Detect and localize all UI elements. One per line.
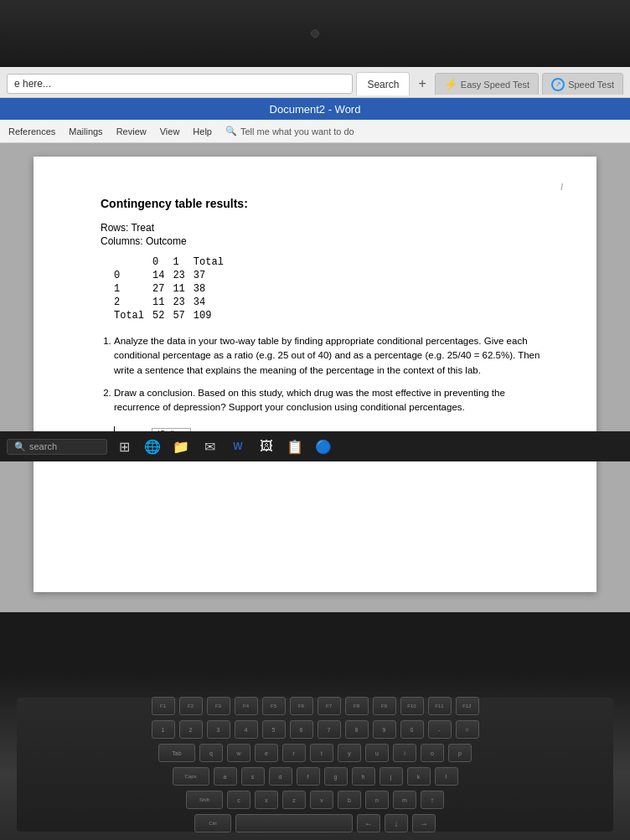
key-o[interactable]: o (421, 744, 444, 762)
word-document-area: I Contingency table results: Rows: Treat… (0, 143, 630, 612)
key-3[interactable]: 3 (207, 720, 230, 739)
key-minus[interactable]: - (428, 720, 452, 739)
key-f11[interactable]: F11 (428, 697, 452, 715)
key-y[interactable]: y (338, 744, 361, 762)
tab-easy-speed[interactable]: ⚡ Easy Speed Test (435, 73, 539, 95)
taskbar-mail-icon[interactable]: ✉ (198, 435, 221, 458)
key-ctrl[interactable]: Ctrl (194, 814, 231, 832)
key-r[interactable]: r (282, 744, 306, 762)
table-total-total: 109 (194, 309, 232, 322)
taskbar-search[interactable]: 🔍 search (7, 439, 107, 455)
key-k[interactable]: k (407, 767, 431, 786)
key-a[interactable]: a (214, 767, 237, 786)
table-row: 2 11 23 34 (114, 296, 232, 309)
taskbar-windows-button[interactable]: ⊞ (112, 435, 136, 458)
key-equals[interactable]: = (456, 720, 479, 739)
key-arrow-right[interactable]: → (412, 814, 436, 832)
key-d[interactable]: d (269, 767, 292, 786)
key-p[interactable]: p (448, 744, 472, 762)
key-caps[interactable]: Caps (173, 767, 209, 786)
ribbon-help[interactable]: Help (193, 126, 212, 137)
ribbon-tell-text: Tell me what you want to do (240, 126, 354, 137)
key-6[interactable]: 6 (290, 720, 313, 739)
key-arrow-left[interactable]: ← (357, 814, 380, 832)
document-instructions: Analyze the data in your two-way table b… (114, 334, 543, 415)
taskbar-edge-icon[interactable]: 🌐 (141, 435, 164, 458)
key-t[interactable]: t (310, 744, 333, 762)
key-g[interactable]: g (324, 767, 348, 786)
key-4[interactable]: 4 (235, 720, 258, 739)
key-arrow-up[interactable]: ↑ (421, 791, 444, 809)
key-f5[interactable]: F5 (262, 697, 286, 715)
tab-speed-test[interactable]: ↗ Speed Test (542, 73, 623, 95)
speed-test-icon: ↗ (551, 78, 565, 91)
key-n[interactable]: n (365, 791, 389, 809)
keyboard-row-6: Ctrl ← ↓ → (194, 814, 436, 832)
table-row1-label: 1 (114, 282, 152, 296)
key-f12[interactable]: F12 (456, 697, 479, 715)
key-8[interactable]: 8 (345, 720, 369, 739)
table-total-col0: 52 (152, 309, 173, 322)
key-l[interactable]: l (435, 767, 458, 786)
key-shift[interactable]: Shift (186, 791, 223, 809)
ribbon-view[interactable]: View (160, 126, 180, 137)
key-v[interactable]: v (310, 791, 333, 809)
address-bar[interactable]: e here... (7, 74, 353, 94)
taskbar: 🔍 search ⊞ 🌐 📁 ✉ W 🖼 📋 🔵 (0, 431, 630, 461)
taskbar-clipboard-icon[interactable]: 📋 (283, 435, 307, 458)
key-f9[interactable]: F9 (373, 697, 396, 715)
new-tab-button[interactable]: + (413, 76, 431, 91)
key-x[interactable]: x (255, 791, 278, 809)
taskbar-folder-icon[interactable]: 📁 (169, 435, 193, 458)
key-2[interactable]: 2 (179, 720, 203, 739)
key-7[interactable]: 7 (318, 720, 341, 739)
key-f6[interactable]: F6 (290, 697, 313, 715)
key-j[interactable]: j (380, 767, 403, 786)
key-i[interactable]: i (393, 744, 416, 762)
key-m[interactable]: m (393, 791, 416, 809)
taskbar-word-icon[interactable]: W (226, 435, 250, 458)
key-z[interactable]: z (282, 791, 306, 809)
ribbon-tell-me[interactable]: 🔍 Tell me what you want to do (225, 126, 354, 137)
key-f1[interactable]: F1 (152, 697, 175, 715)
screen: e here... Search + ⚡ Easy Speed Test ↗ S… (0, 67, 630, 612)
table-row1-col1: 11 (173, 282, 193, 296)
key-b[interactable]: b (338, 791, 361, 809)
table-header-total: Total (194, 255, 232, 269)
key-0[interactable]: 0 (400, 720, 424, 739)
instruction-1-text: Analyze the data in your two-way table b… (114, 336, 540, 375)
key-f[interactable]: f (297, 767, 320, 786)
key-f2[interactable]: F2 (179, 697, 203, 715)
key-f8[interactable]: F8 (345, 697, 369, 715)
ribbon-mailings[interactable]: Mailings (69, 126, 102, 137)
taskbar-search-icon: 🔍 (14, 441, 26, 452)
keyboard-area: F1 F2 F3 F4 F5 F6 F7 F8 F9 F10 F11 F12 1… (17, 698, 613, 832)
address-bar-text: e here... (14, 78, 51, 90)
ribbon-review[interactable]: Review (116, 126, 147, 137)
ribbon-references[interactable]: References (8, 126, 55, 137)
key-c[interactable]: c (227, 791, 250, 809)
key-s[interactable]: s (241, 767, 265, 786)
key-f10[interactable]: F10 (400, 697, 424, 715)
instruction-2: Draw a conclusion. Based on this study, … (114, 386, 543, 415)
key-tab[interactable]: Tab (158, 744, 195, 762)
taskbar-blue-icon[interactable]: 🔵 (312, 435, 335, 458)
key-9[interactable]: 9 (373, 720, 396, 739)
key-f4[interactable]: F4 (235, 697, 258, 715)
laptop-top-bezel (0, 0, 630, 67)
key-e[interactable]: e (255, 744, 278, 762)
key-q[interactable]: q (199, 744, 223, 762)
table-total-col1: 57 (173, 309, 193, 322)
key-space[interactable] (235, 814, 353, 832)
taskbar-photos-icon[interactable]: 🖼 (255, 435, 278, 458)
key-f7[interactable]: F7 (318, 697, 341, 715)
key-f3[interactable]: F3 (207, 697, 230, 715)
tab-search[interactable]: Search (356, 72, 410, 95)
key-h[interactable]: h (352, 767, 375, 786)
key-5[interactable]: 5 (262, 720, 286, 739)
key-u[interactable]: u (365, 744, 389, 762)
key-w[interactable]: w (227, 744, 250, 762)
key-1[interactable]: 1 (152, 720, 175, 739)
key-arrow-down[interactable]: ↓ (385, 814, 408, 832)
contingency-table: 0 1 Total 0 14 23 37 1 27 11 38 (114, 255, 543, 322)
